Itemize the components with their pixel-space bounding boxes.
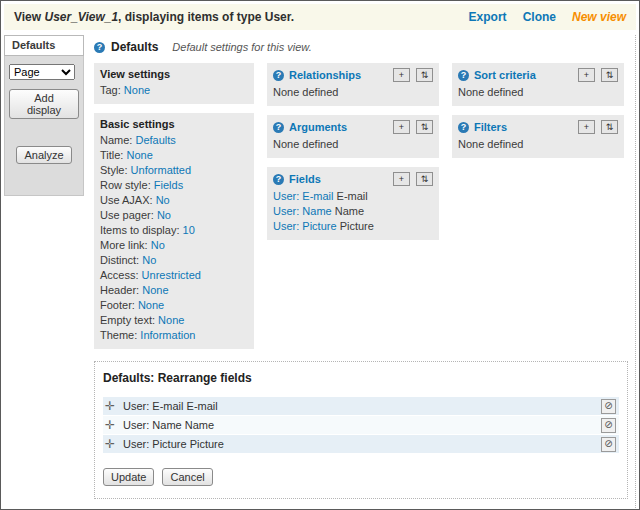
- setting-row: Theme: Information: [100, 328, 248, 343]
- settings-grid: View settings Tag: None Basic settings N…: [94, 63, 628, 358]
- add-display-button[interactable]: Add display: [9, 89, 79, 119]
- setting-value-link[interactable]: None: [138, 299, 164, 311]
- tag-value-link[interactable]: None: [124, 84, 150, 96]
- rearrange-row: ✛ User: E-mail E-mail ⊘: [103, 397, 619, 415]
- setting-value-link[interactable]: No: [142, 254, 156, 266]
- setting-value-link[interactable]: Defaults: [135, 134, 175, 146]
- cancel-button[interactable]: Cancel: [162, 468, 212, 486]
- help-icon[interactable]: ?: [273, 70, 284, 81]
- drag-handle-icon[interactable]: ✛: [105, 399, 123, 413]
- empty-text: None defined: [458, 85, 618, 100]
- clone-link[interactable]: Clone: [523, 10, 556, 24]
- view-name: User_View_1: [44, 10, 118, 24]
- analyze-button[interactable]: Analyze: [16, 146, 71, 164]
- add-field-button[interactable]: +: [393, 172, 410, 186]
- setting-label: Theme:: [100, 329, 137, 341]
- empty-text: None defined: [273, 85, 433, 100]
- setting-value-link[interactable]: Unformatted: [131, 164, 192, 176]
- sort-criteria-title-link[interactable]: Sort criteria: [474, 69, 536, 81]
- update-button[interactable]: Update: [103, 468, 154, 486]
- setting-value-link[interactable]: No: [157, 209, 171, 221]
- add-sort-button[interactable]: +: [578, 68, 595, 82]
- remove-field-icon[interactable]: ⊘: [601, 399, 616, 414]
- setting-row: Use pager: No: [100, 208, 248, 223]
- setting-row: Access: Unrestricted: [100, 268, 248, 283]
- view-title-prefix: View: [14, 10, 44, 24]
- setting-label: Title:: [100, 149, 123, 161]
- field-item: User: E-mail E-mail: [273, 189, 433, 204]
- view-header: View User_View_1, displaying items of ty…: [4, 4, 636, 30]
- setting-value-link[interactable]: None: [142, 284, 168, 296]
- setting-label: More link:: [100, 239, 148, 251]
- setting-row: Row style: Fields: [100, 178, 248, 193]
- filters-title-link[interactable]: Filters: [474, 121, 507, 133]
- views-admin-page: View User_View_1, displaying items of ty…: [0, 0, 640, 510]
- drag-handle-icon[interactable]: ✛: [105, 418, 123, 432]
- sort-criteria-box: ? Sort criteria +⇅ None defined: [452, 63, 624, 106]
- field-link[interactable]: User: Name: [273, 205, 332, 217]
- display-settings-main: ? Defaults Default settings for this vie…: [87, 35, 636, 510]
- help-icon[interactable]: ?: [94, 42, 105, 53]
- settings-column-2: ? Relationships +⇅ None defined ? Argume…: [267, 63, 439, 249]
- rearrange-sorts-button[interactable]: ⇅: [601, 68, 618, 82]
- field-item: User: Picture Picture: [273, 219, 433, 234]
- setting-value-link[interactable]: Information: [140, 329, 195, 341]
- basic-settings-header: Basic settings: [100, 118, 248, 130]
- view-title: View User_View_1, displaying items of ty…: [14, 10, 294, 24]
- setting-value-link[interactable]: No: [151, 239, 165, 251]
- help-icon[interactable]: ?: [273, 174, 284, 185]
- view-settings-box: View settings Tag: None: [94, 63, 254, 104]
- tag-setting: Tag: None: [100, 83, 248, 98]
- tab-defaults[interactable]: Defaults: [4, 35, 84, 56]
- setting-label: Items to display:: [100, 224, 179, 236]
- display-subtitle: Default settings for this view.: [172, 41, 311, 53]
- help-icon[interactable]: ?: [458, 70, 469, 81]
- settings-column-1: View settings Tag: None Basic settings N…: [94, 63, 254, 358]
- remove-field-icon[interactable]: ⊘: [601, 437, 616, 452]
- setting-value-link[interactable]: None: [127, 149, 153, 161]
- setting-value-link[interactable]: Fields: [154, 179, 183, 191]
- field-item: User: Name Name: [273, 204, 433, 219]
- field-label: Name: [335, 205, 364, 217]
- remove-field-icon[interactable]: ⊘: [601, 418, 616, 433]
- add-relationship-button[interactable]: +: [393, 68, 410, 82]
- setting-label: Name:: [100, 134, 132, 146]
- rearrange-arguments-button[interactable]: ⇅: [416, 120, 433, 134]
- arguments-title-link[interactable]: Arguments: [289, 121, 347, 133]
- view-settings-title: View settings: [100, 68, 170, 80]
- view-settings-header: View settings: [100, 68, 248, 80]
- display-type-select[interactable]: Page: [9, 64, 75, 80]
- setting-value-link[interactable]: None: [158, 314, 184, 326]
- setting-label: Use AJAX:: [100, 194, 153, 206]
- rearrange-filters-button[interactable]: ⇅: [601, 120, 618, 134]
- field-link[interactable]: User: Picture: [273, 220, 337, 232]
- setting-row: Header: None: [100, 283, 248, 298]
- empty-text: None defined: [458, 137, 618, 152]
- setting-value-link[interactable]: 10: [183, 224, 195, 236]
- rearrange-relationships-button[interactable]: ⇅: [416, 68, 433, 82]
- fields-title-link[interactable]: Fields: [289, 173, 321, 185]
- help-icon[interactable]: ?: [273, 122, 284, 133]
- rearrange-title: Defaults: Rearrange fields: [103, 371, 619, 385]
- displays-sidebar: Defaults Page Add display Analyze: [4, 35, 84, 196]
- setting-value-link[interactable]: No: [156, 194, 170, 206]
- export-link[interactable]: Export: [469, 10, 507, 24]
- add-argument-button[interactable]: +: [393, 120, 410, 134]
- tag-label: Tag:: [100, 84, 121, 96]
- setting-row: Use AJAX: No: [100, 193, 248, 208]
- field-link[interactable]: User: E-mail: [273, 190, 334, 202]
- help-icon[interactable]: ?: [458, 122, 469, 133]
- rearrange-row: ✛ User: Name Name ⊘: [103, 416, 619, 434]
- display-title: Defaults: [111, 40, 158, 54]
- setting-label: Header:: [100, 284, 139, 296]
- add-filter-button[interactable]: +: [578, 120, 595, 134]
- setting-value-link[interactable]: Unrestricted: [142, 269, 201, 281]
- rearrange-row-label: User: Name Name: [123, 419, 601, 431]
- setting-label: Access:: [100, 269, 139, 281]
- setting-row: Style: Unformatted: [100, 163, 248, 178]
- rearrange-fields-button[interactable]: ⇅: [416, 172, 433, 186]
- relationships-title-link[interactable]: Relationships: [289, 69, 361, 81]
- new-view-link[interactable]: New view: [572, 10, 626, 24]
- drag-handle-icon[interactable]: ✛: [105, 437, 123, 451]
- setting-row: Items to display: 10: [100, 223, 248, 238]
